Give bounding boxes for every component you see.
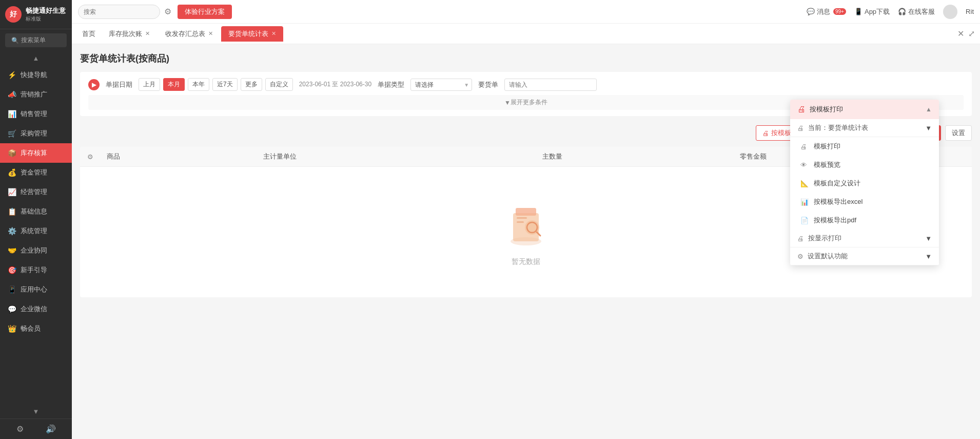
dropdown-item-export-pdf[interactable]: 📄 按模板导出pdf bbox=[790, 211, 939, 230]
display-print-header[interactable]: 🖨 按显示打印 ▼ bbox=[790, 230, 939, 247]
template-design-label: 模板自定义设计 bbox=[814, 179, 860, 188]
empty-text: 暂无数据 bbox=[512, 257, 540, 266]
dropdown-header: 🖨 按模板打印 ▲ bbox=[790, 100, 939, 119]
sound-icon[interactable]: 🔊 bbox=[46, 424, 56, 434]
scroll-down-btn[interactable]: ▼ bbox=[0, 405, 72, 418]
dropdown-item-export-excel[interactable]: 📊 按模板导出excel bbox=[790, 193, 939, 211]
sidebar-search[interactable]: 🔍 搜索菜单 bbox=[5, 33, 67, 47]
tab-batch[interactable]: 库存批次账 ✕ bbox=[102, 26, 157, 42]
wechat-icon: 💬 bbox=[7, 304, 16, 314]
sidebar-item-member[interactable]: 👑 畅会员 bbox=[0, 319, 72, 338]
app-download-label: App下载 bbox=[865, 7, 890, 16]
date-range: 2023-06-01 至 2023-06-30 bbox=[299, 80, 371, 89]
guide-icon: 🎯 bbox=[7, 265, 16, 275]
tab-home[interactable]: 首页 bbox=[77, 26, 101, 42]
sidebar-item-label: 库存核算 bbox=[21, 148, 47, 158]
header-gear-icon[interactable]: ⚙ bbox=[164, 7, 171, 16]
search-icon: 🔍 bbox=[11, 37, 19, 44]
sidebar-item-marketing[interactable]: 📣 营销推广 bbox=[0, 85, 72, 104]
cargo-label: 要货单 bbox=[478, 80, 498, 89]
sidebar-item-purchase[interactable]: 🛒 采购管理 bbox=[0, 124, 72, 143]
app-download-action[interactable]: 📱 App下载 bbox=[854, 7, 890, 16]
dropdown-print-icon: 🖨 bbox=[797, 105, 806, 114]
user-avatar[interactable] bbox=[943, 5, 957, 19]
tab-order-stats-label: 要货单统计表 bbox=[228, 29, 268, 39]
sidebar-item-guide[interactable]: 🎯 新手引导 bbox=[0, 260, 72, 280]
sidebar-item-apps[interactable]: 📱 应用中心 bbox=[0, 280, 72, 299]
current-template-header[interactable]: 🖨 当前：要货单统计表 ▼ bbox=[790, 119, 939, 137]
dropdown-collapse-icon[interactable]: ▲ bbox=[926, 106, 932, 113]
sidebar-item-inventory[interactable]: 📦 库存核算 bbox=[0, 143, 72, 163]
page-title: 要货单统计表(按商品) bbox=[80, 52, 972, 65]
experience-btn[interactable]: 体验行业方案 bbox=[178, 5, 232, 19]
filter-expand-btn[interactable]: ▶ bbox=[88, 79, 100, 90]
enterprise-icon: 🤝 bbox=[7, 246, 16, 255]
set-default-header[interactable]: ⚙ 设置默认功能 ▼ bbox=[790, 247, 939, 265]
online-service-label: 在线客服 bbox=[908, 7, 935, 16]
username-label: Rit bbox=[966, 8, 974, 15]
page-content: 要货单统计表(按商品) ▶ 单据日期 上月 本月 本年 近7天 更多 自定义 2… bbox=[72, 44, 980, 439]
date-btn-more[interactable]: 更多 bbox=[241, 78, 262, 91]
purchase-icon: 🛒 bbox=[7, 129, 16, 138]
header-search-input[interactable] bbox=[78, 5, 160, 19]
notification-action[interactable]: 💬 消息 99+ bbox=[807, 7, 846, 16]
date-btn-7days[interactable]: 近7天 bbox=[212, 78, 238, 91]
display-print-label: 按显示打印 bbox=[808, 234, 841, 243]
cargo-input[interactable] bbox=[504, 79, 597, 91]
scroll-up-btn[interactable]: ▲ bbox=[0, 51, 72, 65]
dropdown-item-template-preview[interactable]: 👁 模板预览 bbox=[790, 156, 939, 174]
sidebar-logo: 好 畅捷通好生意 标准版 bbox=[0, 0, 72, 29]
dropdown-item-template-design[interactable]: 📐 模板自定义设计 bbox=[790, 174, 939, 193]
sidebar-item-label: 营销推广 bbox=[21, 90, 47, 99]
tab-expand-icon[interactable]: ⤢ bbox=[968, 29, 975, 39]
template-design-icon: 📐 bbox=[800, 180, 809, 187]
tab-close-all-icon[interactable]: ✕ bbox=[957, 29, 964, 39]
date-btn-this-year[interactable]: 本年 bbox=[188, 78, 209, 91]
sidebar-item-finance[interactable]: 💰 资金管理 bbox=[0, 163, 72, 182]
date-btn-last-month[interactable]: 上月 bbox=[139, 78, 160, 91]
header-left: ⚙ 体验行业方案 bbox=[78, 5, 807, 19]
current-template-icon: 🖨 bbox=[797, 124, 804, 132]
sidebar-item-label: 系统管理 bbox=[21, 226, 47, 236]
sidebar-item-enterprise[interactable]: 🤝 企业协同 bbox=[0, 241, 72, 260]
phone-icon: 📱 bbox=[854, 8, 863, 15]
settings-bottom-icon[interactable]: ⚙ bbox=[16, 424, 24, 434]
date-btn-custom[interactable]: 自定义 bbox=[265, 78, 293, 91]
shortcut-icon: ⚡ bbox=[7, 70, 16, 80]
top-header: ⚙ 体验行业方案 💬 消息 99+ 📱 App下载 🎧 在线客服 Rit bbox=[72, 0, 980, 24]
tab-order-stats[interactable]: 要货单统计表 ✕ bbox=[221, 26, 283, 42]
chevron-down-icon: ▼ bbox=[504, 99, 511, 106]
tab-batch-close[interactable]: ✕ bbox=[145, 30, 150, 37]
type-select[interactable]: 请选择 bbox=[410, 79, 472, 91]
date-btn-this-month[interactable]: 本月 bbox=[163, 78, 185, 91]
sidebar-item-sales[interactable]: 📊 销售管理 bbox=[0, 104, 72, 124]
version-label: 标准版 bbox=[26, 15, 66, 23]
current-template-chevron: ▼ bbox=[925, 124, 932, 132]
tab-receivable[interactable]: 收发存汇总表 ✕ bbox=[158, 26, 220, 42]
tab-receivable-close[interactable]: ✕ bbox=[208, 30, 213, 37]
header-right: 💬 消息 99+ 📱 App下载 🎧 在线客服 Rit bbox=[807, 5, 974, 19]
dropdown-title: 🖨 按模板打印 bbox=[797, 105, 843, 114]
online-service-action[interactable]: 🎧 在线客服 bbox=[898, 7, 935, 16]
dropdown-item-template-print[interactable]: 🖨 模板打印 bbox=[790, 137, 939, 156]
tab-order-stats-close[interactable]: ✕ bbox=[271, 30, 276, 37]
sidebar-item-system[interactable]: ⚙️ 系统管理 bbox=[0, 221, 72, 241]
sidebar-item-label: 经营管理 bbox=[21, 187, 47, 197]
svg-rect-2 bbox=[516, 208, 536, 216]
logo-icon: 好 bbox=[5, 6, 22, 23]
sidebar-item-wechat[interactable]: 💬 企业微信 bbox=[0, 299, 72, 319]
table-settings-icon[interactable]: ⚙ bbox=[87, 153, 93, 161]
set-default-section: ⚙ 设置默认功能 ▼ bbox=[790, 247, 939, 265]
sidebar-item-operation[interactable]: 📈 经营管理 bbox=[0, 182, 72, 202]
sidebar-item-basic[interactable]: 📋 基础信息 bbox=[0, 202, 72, 221]
set-default-icon: ⚙ bbox=[797, 253, 803, 260]
sidebar-item-shortcut[interactable]: ⚡ 快捷导航 bbox=[0, 65, 72, 85]
sidebar: 好 畅捷通好生意 标准版 🔍 搜索菜单 ▲ ⚡ 快捷导航 📣 营销推广 📊 销售… bbox=[0, 0, 72, 439]
sidebar-item-label: 新手引导 bbox=[21, 265, 47, 275]
settings-table-btn[interactable]: 设置 bbox=[945, 125, 972, 141]
display-print-icon: 🖨 bbox=[797, 235, 804, 242]
sidebar-item-label: 采购管理 bbox=[21, 129, 47, 138]
display-print-section: 🖨 按显示打印 ▼ bbox=[790, 230, 939, 247]
col-settings[interactable]: ⚙ bbox=[80, 147, 101, 167]
col-quantity: 主数量 bbox=[536, 147, 734, 167]
